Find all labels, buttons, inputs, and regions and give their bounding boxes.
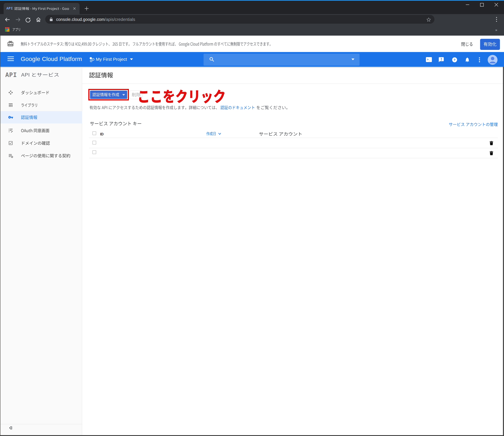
svg-text:?: ? <box>454 58 456 62</box>
svg-text:>_: >_ <box>427 58 430 61</box>
